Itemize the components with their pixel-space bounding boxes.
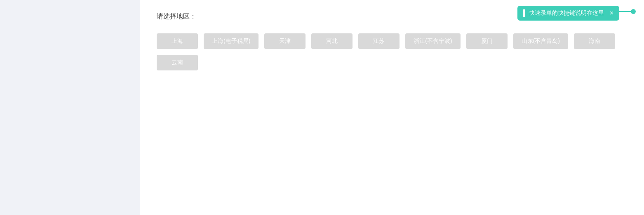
- region-btn-jiangsu[interactable]: 江苏: [358, 33, 400, 49]
- region-buttons: 上海上海(电子税局)天津河北江苏浙江(不含宁波)厦门山东(不含青岛)海南云南: [157, 33, 628, 70]
- tooltip-bar-icon: [523, 9, 525, 17]
- region-btn-yunnan[interactable]: 云南: [157, 55, 198, 70]
- tooltip-close-button[interactable]: ×: [610, 9, 613, 17]
- main-content: 请选择地区： 上海上海(电子税局)天津河北江苏浙江(不含宁波)厦门山东(不含青岛…: [140, 0, 644, 215]
- region-btn-shanghai-etax[interactable]: 上海(电子税局): [204, 33, 259, 49]
- region-btn-zhejiang[interactable]: 浙江(不含宁波): [405, 33, 460, 49]
- tooltip-banner: 快速录单的快捷键说明在这里 ×: [517, 6, 619, 21]
- tooltip-text: 快速录单的快捷键说明在这里: [529, 9, 604, 17]
- region-btn-hebei[interactable]: 河北: [311, 33, 353, 49]
- tooltip-line: [618, 11, 631, 12]
- left-sidebar: [0, 0, 140, 215]
- region-btn-hainan[interactable]: 海南: [574, 33, 615, 49]
- region-btn-shandong[interactable]: 山东(不含青岛): [513, 33, 568, 49]
- region-btn-xiamen[interactable]: 厦门: [466, 33, 508, 49]
- tooltip-dot: [631, 9, 636, 14]
- region-btn-shanghai[interactable]: 上海: [157, 33, 198, 49]
- region-btn-tianjin[interactable]: 天津: [264, 33, 306, 49]
